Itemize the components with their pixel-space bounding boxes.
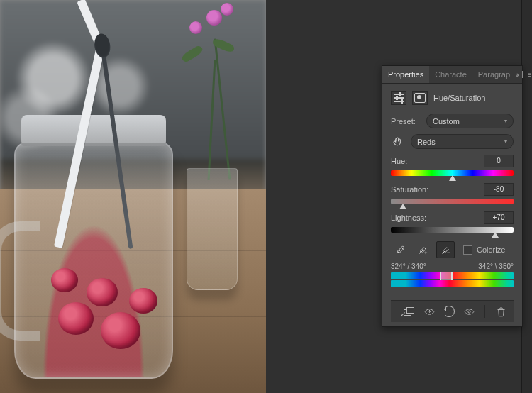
hue-slider-thumb[interactable] xyxy=(449,175,456,181)
eyedropper-icon[interactable] xyxy=(391,241,409,258)
saturation-slider-thumb[interactable] xyxy=(399,204,406,209)
range-right-readout: 342° \ 350° xyxy=(478,262,514,270)
lightness-slider-thumb[interactable] xyxy=(492,232,499,238)
range-left-readout: 324° / 340° xyxy=(391,262,426,270)
adjustment-title: Hue/Saturation xyxy=(433,94,485,102)
properties-panel: Properties Characte Paragrap ›› ≡ Hue/Sa… xyxy=(382,65,523,327)
tab-character[interactable]: Characte xyxy=(429,66,472,83)
tab-paragraph[interactable]: Paragrap xyxy=(472,66,516,83)
preset-label: Preset: xyxy=(391,117,421,126)
collapse-panel-icon[interactable]: ›› xyxy=(516,71,518,79)
chevron-down-icon: ▾ xyxy=(504,118,507,124)
hue-value-input[interactable]: 0 xyxy=(484,155,514,167)
clip-to-layer-icon[interactable]: ↙ xyxy=(404,306,415,317)
color-range-handles[interactable] xyxy=(440,272,453,280)
panel-divider-icon xyxy=(522,71,523,78)
reset-icon[interactable] xyxy=(443,306,455,317)
checkbox-icon xyxy=(463,245,472,255)
color-range-strip-ref xyxy=(391,280,514,287)
lightness-slider-track[interactable] xyxy=(391,227,514,233)
lightness-value-input[interactable]: +70 xyxy=(484,211,514,224)
photo-flower xyxy=(189,21,202,34)
view-previous-icon[interactable] xyxy=(423,306,435,317)
saturation-slider-block: Saturation: -80 xyxy=(391,183,514,204)
adjustment-type-icon[interactable] xyxy=(391,91,406,105)
hue-slider-block: Hue: 0 xyxy=(391,155,514,176)
tab-properties[interactable]: Properties xyxy=(382,66,429,83)
visibility-icon[interactable] xyxy=(463,306,475,317)
vertical-scrollbar[interactable] xyxy=(521,0,532,393)
saturation-value-input[interactable]: -80 xyxy=(484,183,514,196)
preset-value: Custom xyxy=(433,117,460,126)
eyedropper-subtract-icon[interactable] xyxy=(436,241,455,258)
document-canvas[interactable] xyxy=(0,0,266,393)
channel-select[interactable]: Reds ▾ xyxy=(411,134,514,149)
photo-jar xyxy=(14,142,173,379)
channel-value: Reds xyxy=(417,138,436,146)
lightness-slider-block: Lightness: +70 xyxy=(391,211,514,233)
photo-flower xyxy=(221,3,233,16)
panel-menu-icon[interactable]: ≡ xyxy=(528,71,532,79)
panel-footer: ↙ xyxy=(391,300,514,322)
photo-vase xyxy=(187,168,238,290)
layer-mask-icon[interactable] xyxy=(412,91,428,105)
saturation-label: Saturation: xyxy=(391,185,428,194)
lightness-label: Lightness: xyxy=(391,214,426,222)
photo-flower xyxy=(206,10,222,26)
colorize-checkbox[interactable]: Colorize xyxy=(463,245,505,255)
svg-point-0 xyxy=(467,310,470,312)
targeted-adjustment-icon[interactable] xyxy=(391,135,405,149)
hue-slider-track[interactable] xyxy=(391,170,514,176)
saturation-slider-track[interactable] xyxy=(391,199,514,204)
panel-tabs: Properties Characte Paragrap ›› ≡ xyxy=(382,66,522,84)
hue-label: Hue: xyxy=(391,157,407,165)
trash-icon[interactable] xyxy=(495,306,506,317)
eyedropper-add-icon[interactable] xyxy=(414,241,432,258)
colorize-label: Colorize xyxy=(477,245,505,254)
color-range-strip[interactable] xyxy=(391,272,514,279)
preset-select[interactable]: Custom ▾ xyxy=(426,114,514,128)
chevron-down-icon: ▾ xyxy=(504,138,507,145)
